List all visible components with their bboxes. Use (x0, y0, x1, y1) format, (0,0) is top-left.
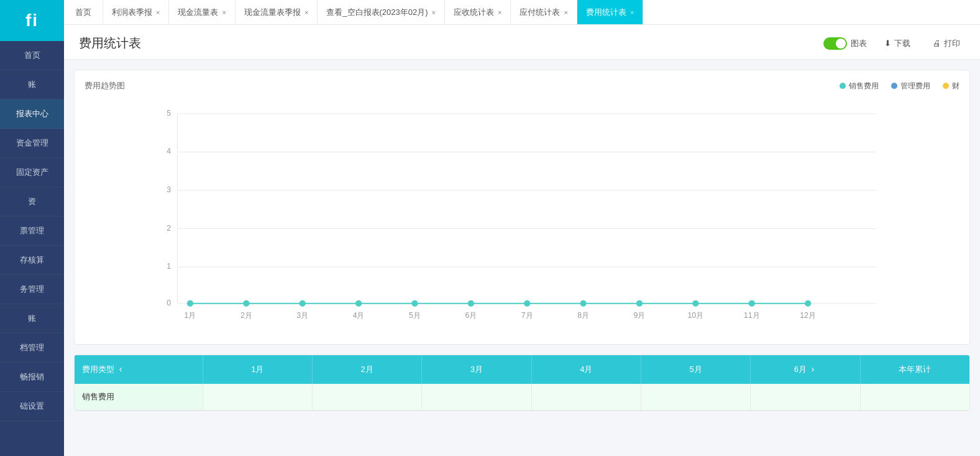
tab-cashflow-quarterly[interactable]: 现金流量表季报 × (236, 0, 318, 24)
tab-label: 费用统计表 (586, 7, 626, 18)
download-icon: ⬇ (884, 39, 891, 48)
download-label: 下载 (894, 38, 910, 49)
print-label: 打印 (944, 38, 960, 49)
print-button[interactable]: 🖨 打印 (928, 35, 965, 52)
header-month4-label: 4月 (580, 365, 592, 374)
cell-type-value: 销售费用 (82, 392, 114, 401)
sidebar-item-expense[interactable]: 畅报销 (0, 363, 64, 392)
tab-close-icon[interactable]: × (305, 9, 308, 16)
tab-close-icon[interactable]: × (156, 9, 160, 16)
chart-canvas: 5 4 3 2 1 0 (85, 98, 959, 334)
svg-point-13 (187, 300, 193, 307)
cell-ytd (861, 384, 969, 410)
header-actions: 图表 ⬇ 下载 🖨 打印 (823, 35, 965, 52)
sidebar-item-archive[interactable]: 档管理 (0, 333, 64, 363)
table-header-month3: 3月 (422, 355, 531, 384)
legend-finance: 财 (943, 81, 959, 91)
legend-dot-finance (943, 83, 949, 89)
svg-text:1: 1 (167, 262, 171, 271)
svg-text:8月: 8月 (577, 311, 589, 320)
svg-point-21 (636, 300, 643, 307)
sidebar-item-service[interactable]: 务管理 (0, 275, 64, 304)
cell-m6 (751, 384, 860, 410)
chart-section: 费用趋势图 销售费用 管理费用 财 (74, 70, 970, 345)
svg-text:11月: 11月 (744, 311, 760, 320)
chart-toggle-wrap[interactable]: 图表 (823, 37, 867, 50)
table-header-row: 费用类型 ‹ 1月 2月 3月 4月 5月 (75, 355, 969, 384)
sidebar-item-funds[interactable]: 资金管理 (0, 129, 64, 158)
tabs-bar: 首页 利润表季报 × 现金流量表 × 现金流量表季报 × 查看_空白报表(202… (64, 0, 980, 25)
sidebar-item-home[interactable]: 首页 (0, 41, 64, 70)
tab-label: 应付统计表 (520, 7, 560, 18)
chart-header: 费用趋势图 销售费用 管理费用 财 (85, 80, 959, 91)
svg-text:2月: 2月 (240, 311, 252, 320)
svg-text:4月: 4月 (353, 311, 365, 320)
svg-text:5月: 5月 (409, 311, 421, 320)
svg-text:5: 5 (167, 109, 171, 118)
sidebar-item-ledger[interactable]: 账 (0, 304, 64, 333)
svg-text:6月: 6月 (465, 311, 477, 320)
svg-point-16 (355, 300, 362, 307)
svg-point-22 (692, 300, 698, 307)
legend-label-admin: 管理费用 (900, 81, 930, 91)
tab-payable[interactable]: 应付统计表 × (511, 0, 577, 24)
tab-close-icon[interactable]: × (222, 9, 226, 16)
data-table: 费用类型 ‹ 1月 2月 3月 4月 5月 (74, 355, 970, 411)
tab-close-icon[interactable]: × (432, 9, 436, 16)
sidebar-item-assets[interactable]: 固定资产 (0, 158, 64, 187)
table-header-type: 费用类型 ‹ (75, 355, 203, 384)
table-header-month4: 4月 (532, 355, 641, 384)
svg-text:3月: 3月 (296, 311, 308, 320)
table-header-month5: 5月 (641, 355, 751, 384)
svg-point-17 (411, 300, 418, 307)
tab-label: 查看_空白报表(2023年02月) (326, 7, 428, 18)
table-header-month2: 2月 (313, 355, 422, 384)
svg-text:4: 4 (167, 147, 171, 156)
header-type-label: 费用类型 (82, 365, 114, 374)
header-month5-label: 5月 (690, 365, 702, 374)
sidebar-item-invoice[interactable]: 票管理 (0, 216, 64, 246)
chart-title: 费用趋势图 (85, 80, 125, 91)
cell-m3 (422, 384, 531, 410)
tab-profit-quarterly[interactable]: 利润表季报 × (103, 0, 169, 24)
sidebar-item-reports[interactable]: 报表中心 (0, 100, 64, 129)
download-button[interactable]: ⬇ 下载 (879, 35, 915, 52)
main-content: 首页 利润表季报 × 现金流量表 × 现金流量表季报 × 查看_空白报表(202… (64, 0, 980, 456)
svg-text:10月: 10月 (687, 311, 703, 320)
cell-m1 (203, 384, 313, 410)
tab-label: 应收统计表 (454, 7, 494, 18)
cell-m5 (641, 384, 751, 410)
next-arrow[interactable]: › (812, 364, 815, 374)
sidebar-item-inventory[interactable]: 存核算 (0, 246, 64, 275)
tab-expense-stats[interactable]: 费用统计表 × (577, 0, 643, 24)
chart-toggle[interactable] (823, 37, 847, 50)
prev-arrow[interactable]: ‹ (119, 364, 122, 374)
header-month2-label: 2月 (361, 365, 373, 374)
svg-text:1月: 1月 (185, 311, 196, 320)
sidebar-item-account[interactable]: 账 (0, 70, 64, 100)
header-ytd-label: 本年累计 (899, 365, 931, 374)
sidebar-item-resource[interactable]: 资 (0, 187, 64, 216)
tab-close-icon[interactable]: × (564, 9, 567, 16)
tab-cashflow[interactable]: 现金流量表 × (169, 0, 235, 24)
table-header-ytd: 本年累计 (861, 355, 969, 384)
header-month1-label: 1月 (251, 365, 263, 374)
toggle-knob (836, 39, 846, 49)
page-title: 费用统计表 (79, 35, 141, 52)
tab-receivable[interactable]: 应收统计表 × (445, 0, 511, 24)
cell-m2 (313, 384, 422, 410)
tab-blank-report[interactable]: 查看_空白报表(2023年02月) × (318, 0, 445, 24)
table-row: 销售费用 (75, 384, 969, 411)
table-header-month1: 1月 (203, 355, 313, 384)
tab-close-icon[interactable]: × (630, 9, 634, 16)
legend-dot-admin (891, 83, 897, 89)
cell-type: 销售费用 (75, 384, 203, 410)
tab-home[interactable]: 首页 (64, 0, 103, 24)
sidebar-item-settings[interactable]: 础设置 (0, 392, 64, 421)
sidebar: fi 首页 账 报表中心 资金管理 固定资产 资 票管理 存核算 务管理 账 档… (0, 0, 64, 456)
svg-point-14 (243, 300, 249, 307)
chart-legend: 销售费用 管理费用 财 (840, 81, 959, 91)
tab-home-label: 首页 (75, 7, 91, 18)
svg-text:9月: 9月 (634, 311, 646, 320)
tab-close-icon[interactable]: × (498, 9, 501, 16)
